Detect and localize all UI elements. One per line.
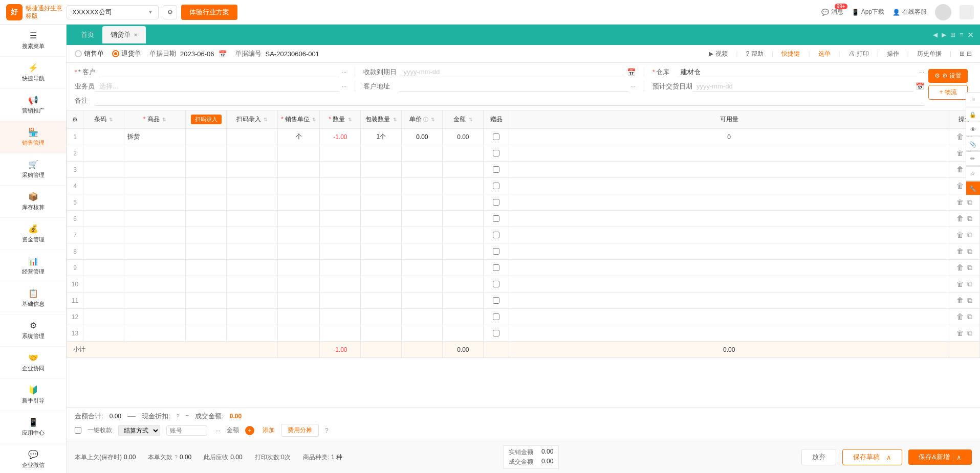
row-copy-btn-8[interactable]: ⧉: [967, 247, 972, 255]
sidebar-item-basic-info[interactable]: 📋 基础信息: [0, 282, 66, 314]
customer-input[interactable]: [99, 67, 340, 77]
cell-qty-9[interactable]: [320, 260, 361, 276]
row-copy-btn-11[interactable]: ⧉: [967, 296, 972, 304]
cell-barcode-3[interactable]: [83, 162, 124, 178]
amount-sort-icon[interactable]: ⇅: [469, 117, 473, 122]
cell-qty-12[interactable]: [320, 309, 361, 325]
sidebar-item-guide[interactable]: 🔰 新手引导: [0, 379, 66, 411]
add-payment-btn[interactable]: +: [245, 426, 254, 435]
row-delete-btn-5[interactable]: 🗑: [956, 198, 964, 206]
app-download-action[interactable]: 📱 App下载: [852, 8, 884, 16]
cell-price-8[interactable]: [402, 243, 443, 260]
cell-product-10[interactable]: [124, 276, 186, 292]
sidebar-item-sales[interactable]: 🏪 销售管理: [0, 121, 66, 153]
cell-barcode-8[interactable]: [83, 243, 124, 260]
tab-home[interactable]: 首页: [73, 26, 102, 43]
cell-product-2[interactable]: [124, 145, 186, 162]
cell-product-7[interactable]: [124, 227, 186, 243]
warehouse-select-icon[interactable]: ···: [919, 69, 924, 76]
cell-barcode-4[interactable]: [83, 178, 124, 194]
cell-barcode-7[interactable]: [83, 227, 124, 243]
toolbar-video-btn[interactable]: ▶ 视频: [709, 50, 728, 58]
cell-product-11[interactable]: [124, 292, 186, 309]
cell-gift-13[interactable]: [484, 325, 509, 342]
row-delete-btn-4[interactable]: 🗑: [956, 182, 964, 190]
rp-btn-2[interactable]: 🔒: [966, 107, 980, 121]
qty-sort-icon[interactable]: ⇅: [348, 117, 352, 122]
cell-spec-3[interactable]: [227, 162, 278, 178]
cell-product-12[interactable]: [124, 309, 186, 325]
barcode-sort-icon[interactable]: ⇅: [109, 117, 113, 122]
rp-btn-6[interactable]: ☆: [966, 166, 980, 181]
cell-gift-2[interactable]: [484, 145, 509, 162]
cell-qty-5[interactable]: [320, 194, 361, 211]
cell-spec-2[interactable]: [227, 145, 278, 162]
cell-qty-13[interactable]: [320, 325, 361, 342]
row-copy-btn-7[interactable]: ⧉: [967, 231, 972, 239]
rp-btn-7[interactable]: 🔧: [966, 181, 980, 195]
cell-price-12[interactable]: [402, 309, 443, 325]
cell-price-11[interactable]: [402, 292, 443, 309]
row-delete-btn-12[interactable]: 🗑: [956, 312, 964, 321]
cell-barcode-5[interactable]: [83, 194, 124, 211]
online-service-action[interactable]: 👤 在线客服: [892, 8, 927, 16]
expense-split-btn[interactable]: 费用分摊: [281, 424, 319, 437]
toolbar-history-btn[interactable]: 历史单据: [917, 50, 942, 58]
cell-qty-4[interactable]: [320, 178, 361, 194]
cell-gift-4[interactable]: [484, 178, 509, 194]
cell-gift-5[interactable]: [484, 194, 509, 211]
cell-gift-3[interactable]: [484, 162, 509, 178]
cell-gift-1[interactable]: [484, 129, 509, 145]
cell-barcode-6[interactable]: [83, 211, 124, 227]
row-copy-btn-12[interactable]: ⧉: [967, 312, 972, 321]
cell-barcode-10[interactable]: [83, 276, 124, 292]
sidebar-item-wechat[interactable]: 💬 企业微信: [0, 443, 66, 473]
cell-barcode-12[interactable]: [83, 309, 124, 325]
collection-date-input[interactable]: [399, 67, 624, 77]
cell-qty-8[interactable]: [320, 243, 361, 260]
cell-gift-12[interactable]: [484, 309, 509, 325]
row-delete-btn-13[interactable]: 🗑: [956, 329, 964, 337]
cell-gift-8[interactable]: [484, 243, 509, 260]
toolbar-select-btn[interactable]: 选单: [818, 50, 831, 58]
row-copy-btn-13[interactable]: ⧉: [967, 329, 972, 337]
cell-price-1[interactable]: [402, 129, 443, 145]
save-new-button[interactable]: 保存&新增 ∧: [908, 449, 972, 465]
salesperson-input[interactable]: [95, 81, 339, 92]
tab-grid-icon[interactable]: ⊞: [950, 31, 955, 38]
product-sort-icon[interactable]: ⇅: [162, 117, 166, 122]
col-scan-header[interactable]: 扫码录入: [186, 110, 227, 129]
cell-spec-13[interactable]: [227, 325, 278, 342]
toolbar-shortcut-btn[interactable]: 快捷键: [781, 50, 800, 58]
salesperson-select-icon[interactable]: ···: [341, 83, 346, 90]
tab-list-icon[interactable]: ≡: [960, 31, 963, 38]
cell-spec-7[interactable]: [227, 227, 278, 243]
price-info-icon[interactable]: ⓘ: [423, 117, 428, 122]
toolbar-operate-btn[interactable]: 操作: [887, 50, 899, 58]
logistics-button[interactable]: + 物流: [928, 85, 968, 100]
cell-barcode-13[interactable]: [83, 325, 124, 342]
row-delete-btn-3[interactable]: 🗑: [956, 165, 964, 173]
sidebar-item-finance[interactable]: 💰 资金管理: [0, 218, 66, 250]
delivery-date-calendar-icon[interactable]: 📅: [916, 82, 924, 91]
cell-spec-11[interactable]: [227, 292, 278, 309]
tab-sales-order[interactable]: 销货单 ✕: [102, 26, 146, 43]
cell-barcode-11[interactable]: [83, 292, 124, 309]
cell-spec-12[interactable]: [227, 309, 278, 325]
row-copy-btn-5[interactable]: ⧉: [967, 198, 972, 206]
collection-date-calendar-icon[interactable]: 📅: [627, 68, 636, 76]
message-action[interactable]: 💬 消息 99+: [821, 8, 843, 16]
sidebar-item-enterprise[interactable]: 🤝 企业协同: [0, 347, 66, 379]
cell-qty-2[interactable]: [320, 145, 361, 162]
cell-product-13[interactable]: [124, 325, 186, 342]
header-settings-btn[interactable]: ⚙: [163, 5, 177, 19]
radio-sales[interactable]: 销售单: [75, 49, 104, 58]
row-delete-btn-7[interactable]: 🗑: [956, 231, 964, 239]
row-delete-btn-1[interactable]: 🗑: [956, 132, 964, 141]
one-click-pay-checkbox[interactable]: [75, 427, 81, 434]
cell-spec-5[interactable]: [227, 194, 278, 211]
cell-spec-10[interactable]: [227, 276, 278, 292]
cell-price-4[interactable]: [402, 178, 443, 194]
cell-barcode-1[interactable]: [83, 129, 124, 145]
sidebar-item-inventory[interactable]: 📦 库存核算: [0, 186, 66, 218]
